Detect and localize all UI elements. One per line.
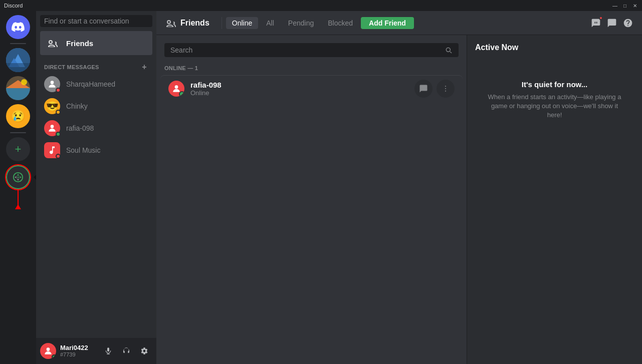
svg-marker-10 xyxy=(17,178,20,181)
dm-avatar-sharqa xyxy=(44,76,60,92)
friends-search-input[interactable] xyxy=(170,46,441,54)
topbar-friends-icon xyxy=(164,17,176,29)
online-section-header: Online — 1 xyxy=(156,65,467,75)
dm-name-soul-music: Soul Music xyxy=(66,146,148,154)
topbar-actions xyxy=(590,17,634,29)
server-icon-home[interactable] xyxy=(6,15,30,39)
topbar-title: Friends xyxy=(180,19,209,28)
tab-all[interactable]: All xyxy=(260,17,280,29)
status-dot-rafia xyxy=(56,132,61,137)
dm-avatar-rafia xyxy=(44,120,60,136)
user-controls xyxy=(100,343,152,359)
titlebar-controls: — □ ✕ xyxy=(612,3,638,9)
user-name: Mari0422 xyxy=(60,344,96,352)
close-button[interactable]: ✕ xyxy=(632,3,638,9)
friends-nav-label: Friends xyxy=(66,39,93,48)
friends-nav-item[interactable]: Friends xyxy=(40,31,152,55)
svg-rect-5 xyxy=(6,88,30,100)
svg-point-13 xyxy=(18,177,19,178)
active-now-empty-title: It's quiet for now... xyxy=(522,80,587,89)
more-options-button[interactable] xyxy=(437,80,455,98)
status-dot-sharqa xyxy=(56,88,61,93)
svg-point-20 xyxy=(445,91,446,92)
server-icon-1[interactable] xyxy=(6,48,30,72)
microphone-button[interactable] xyxy=(100,343,116,359)
dm-item-rafia[interactable]: rafia-098 xyxy=(40,117,152,139)
new-group-dm-button[interactable] xyxy=(590,17,602,29)
svg-point-18 xyxy=(445,86,446,87)
arrow-shaft xyxy=(18,189,19,205)
add-friend-button[interactable]: Add Friend xyxy=(361,17,414,29)
server-sidebar: 😢 + Explore Public Se xyxy=(0,11,36,364)
titlebar: Discord — □ ✕ xyxy=(0,0,642,11)
dm-name-sharqa: SharqaHameed xyxy=(66,80,148,88)
friend-avatar-rafia xyxy=(168,81,184,97)
search-input-container[interactable] xyxy=(40,15,152,27)
search-bar-wrapper xyxy=(36,11,156,31)
minimize-button[interactable]: — xyxy=(612,3,618,9)
dm-header-label: Direct Messages xyxy=(44,64,99,70)
svg-marker-9 xyxy=(17,174,20,176)
active-now-empty-state: It's quiet for now... When a friend star… xyxy=(475,60,634,140)
svg-point-14 xyxy=(51,81,54,84)
app-title: Discord xyxy=(4,3,612,9)
dm-section: Direct Messages + SharqaHameed 😎 xyxy=(36,55,156,338)
dm-item-chinky[interactable]: 😎 Chinky xyxy=(40,95,152,117)
tab-pending[interactable]: Pending xyxy=(282,17,320,29)
inbox-button[interactable] xyxy=(606,17,618,29)
user-avatar xyxy=(40,343,56,359)
dm-item-soul-music[interactable]: Soul Music xyxy=(40,139,152,161)
friends-icon xyxy=(44,35,60,51)
dm-sidebar: Friends Direct Messages + SharqaHameed xyxy=(36,11,156,364)
arrow-head xyxy=(15,204,21,209)
friend-status-rafia: Online xyxy=(190,89,414,97)
active-now-title: Active Now xyxy=(475,43,634,52)
server-separator-2 xyxy=(10,132,26,133)
dm-avatar-soul-music xyxy=(44,142,60,158)
explore-servers-container: Explore Public Servers xyxy=(6,165,30,189)
friends-area: Online — 1 rafia-098 Online xyxy=(156,35,642,364)
svg-rect-3 xyxy=(6,63,30,72)
friend-name-rafia: rafia-098 xyxy=(190,81,414,89)
dm-name-rafia: rafia-098 xyxy=(66,124,148,132)
dm-item-sharqa[interactable]: SharqaHameed xyxy=(40,73,152,95)
search-icon xyxy=(445,46,453,54)
status-dot-chinky xyxy=(56,110,61,115)
explore-servers-button[interactable] xyxy=(6,165,30,189)
tab-blocked[interactable]: Blocked xyxy=(322,17,359,29)
add-server-button[interactable]: + xyxy=(6,137,30,161)
server-icon-3[interactable]: 😢 xyxy=(6,104,30,128)
topbar: Friends Online All Pending Blocked Add F… xyxy=(156,11,642,35)
server-icon-2[interactable] xyxy=(6,76,30,100)
active-now-panel: Active Now It's quiet for now... When a … xyxy=(467,35,642,364)
tab-online[interactable]: Online xyxy=(226,17,258,29)
search-input[interactable] xyxy=(44,17,148,25)
svg-point-15 xyxy=(51,125,54,128)
dm-avatar-chinky: 😎 xyxy=(44,98,60,114)
friends-search-box[interactable] xyxy=(164,43,459,57)
maximize-button[interactable]: □ xyxy=(622,3,628,9)
svg-marker-11 xyxy=(15,176,17,179)
friend-info-rafia: rafia-098 Online xyxy=(190,81,414,97)
user-panel: Mari0422 #7739 xyxy=(36,338,156,364)
red-arrow-indicator xyxy=(15,189,21,209)
friend-row-rafia[interactable]: rafia-098 Online xyxy=(160,75,463,102)
dm-add-button[interactable]: + xyxy=(140,63,148,71)
friend-actions-rafia xyxy=(414,80,455,98)
svg-point-16 xyxy=(47,347,50,351)
settings-button[interactable] xyxy=(136,343,152,359)
dm-header: Direct Messages + xyxy=(40,55,152,73)
svg-marker-12 xyxy=(19,176,22,179)
headphones-button[interactable] xyxy=(118,343,134,359)
topbar-divider-1 xyxy=(222,17,222,29)
status-dot-soul-music xyxy=(56,154,61,159)
user-info: Mari0422 #7739 xyxy=(60,344,96,358)
message-friend-button[interactable] xyxy=(414,80,433,98)
help-button[interactable] xyxy=(622,17,634,29)
dm-name-chinky: Chinky xyxy=(66,102,148,110)
svg-point-7 xyxy=(21,79,27,85)
svg-point-19 xyxy=(445,88,446,89)
svg-point-17 xyxy=(175,85,178,89)
friends-list: Online — 1 rafia-098 Online xyxy=(156,35,467,364)
app-container: 😢 + Explore Public Se xyxy=(0,11,642,364)
